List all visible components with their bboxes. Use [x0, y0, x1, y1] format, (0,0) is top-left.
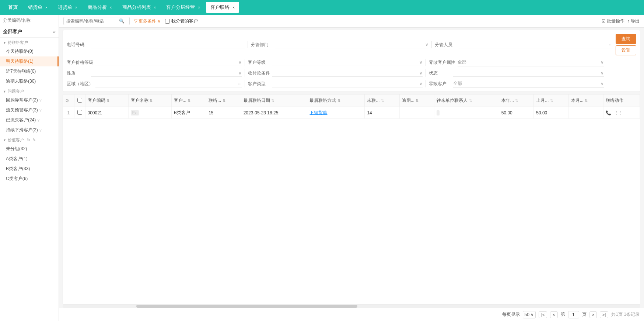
col-last-month[interactable]: 上月... ⇅ — [534, 94, 568, 107]
filter-phone-input[interactable] — [91, 41, 245, 48]
col-settings[interactable]: ⚙ — [63, 94, 74, 107]
sidebar-item-7days-contact[interactable]: 近7天待联络(0) — [0, 66, 59, 76]
col-contact-count[interactable]: 联络... ⇅ — [206, 94, 241, 107]
select-all-checkbox[interactable] — [77, 98, 82, 103]
sidebar-item-class-c[interactable]: C类客户(6) — [0, 174, 59, 184]
nav-product-analysis-list[interactable]: 商品分析列表 × — [118, 2, 161, 13]
sidebar-item-overdue-contact[interactable]: 逾期未联络(30) — [0, 76, 59, 86]
sidebar-item-declining[interactable]: 持续下滑客户(2) ? — [0, 125, 59, 135]
filter-customer-type-select[interactable]: ∨ — [272, 80, 423, 87]
group-pending-contact[interactable]: 待联络客户 — [0, 38, 59, 46]
col-contact-person[interactable]: 往来单位联系人 ⇅ — [434, 94, 499, 107]
sidebar-item-repurchase-anomaly[interactable]: 回购异常客户(2) ? — [0, 95, 59, 105]
page-size-select[interactable]: 50 ∨ — [523, 311, 536, 318]
close-icon[interactable]: × — [75, 6, 77, 10]
last-page-button[interactable]: >| — [600, 311, 608, 318]
col-last-contact-date[interactable]: 最后联络日期 ⇅ — [241, 94, 307, 107]
sort-icon[interactable]: ⇅ — [469, 99, 472, 103]
sidebar-item-ungrouped[interactable]: 未分组(32) — [0, 144, 59, 154]
all-customers-header[interactable]: 全部客户 « — [0, 26, 59, 38]
filter-status-select[interactable]: ∨ — [453, 70, 604, 77]
collapse-icon[interactable]: « — [53, 29, 56, 35]
sort-icon[interactable]: ⇅ — [150, 99, 153, 103]
filter-manager-input[interactable]: ··· — [459, 41, 613, 48]
sidebar-item-class-a[interactable]: A类客户(1) — [0, 154, 59, 164]
close-icon[interactable]: × — [198, 6, 200, 10]
close-icon[interactable]: × — [110, 6, 112, 10]
filter-dept-select[interactable]: ∨ — [275, 41, 429, 48]
filter-retail-customer: 零散客户 全部 ∨ — [429, 80, 604, 88]
close-icon[interactable]: × — [154, 6, 156, 10]
refresh-icon[interactable]: ↻ — [27, 138, 30, 142]
my-customers-checkbox[interactable]: 我分管的客户 — [165, 18, 198, 24]
nav-customer-contact[interactable]: 客户联络 × — [206, 2, 239, 13]
prev-page-button[interactable]: < — [550, 311, 557, 318]
sort-icon[interactable]: ⇅ — [337, 99, 340, 103]
horizontal-scrollbar[interactable] — [63, 305, 640, 308]
sort-icon[interactable]: ⇅ — [585, 99, 588, 103]
filter-retail-customer-select[interactable]: 全部 ∨ — [453, 80, 604, 88]
scrollbar-thumb[interactable] — [136, 305, 357, 308]
first-page-button[interactable]: |< — [539, 311, 547, 318]
page-number-input[interactable] — [568, 311, 579, 318]
filter-retail-customer-label: 零散客户 — [429, 81, 451, 87]
batch-operation-button[interactable]: ☑ 批量操作 — [602, 18, 624, 24]
sort-icon[interactable]: ⇅ — [381, 99, 384, 103]
nav-sales-order[interactable]: 销货单 × — [24, 2, 52, 13]
sidebar-item-class-b[interactable]: B类客户(33) — [0, 164, 59, 174]
filter-nature-select[interactable]: ∨ — [91, 70, 242, 77]
nav-home[interactable]: 首页 — [4, 2, 22, 13]
nav-purchase-order[interactable]: 进货单 × — [53, 2, 82, 13]
sidebar-item-tomorrow-contact[interactable]: 明天待联络(1) — [0, 56, 59, 66]
sidebar-item-churn-warning[interactable]: 流失预警客户(3) ? — [0, 105, 59, 115]
sort-icon[interactable]: ⇅ — [223, 99, 225, 103]
filter-region-input[interactable]: ··· — [95, 80, 242, 87]
nav-customer-tier[interactable]: 客户分层经营 × — [162, 2, 204, 13]
filter-payment-select[interactable]: ∨ — [272, 70, 423, 77]
col-last-contact-method[interactable]: 最后联络方式 ⇅ — [307, 94, 365, 107]
next-page-button[interactable]: > — [589, 311, 597, 318]
cell-last-contact-method[interactable]: 下销货单 — [307, 107, 365, 119]
search-icon[interactable]: 🔍 — [119, 18, 125, 24]
action-phone-icon[interactable]: 📞 — [606, 110, 611, 115]
sidebar-item-today-contact[interactable]: 今天待联络(0) — [0, 46, 59, 56]
more-filter-button[interactable]: ▽ 更多条件 ∧ — [133, 18, 162, 24]
export-button[interactable]: ↑ 导出 — [627, 18, 640, 24]
col-uncontacted[interactable]: 未联... ⇅ — [365, 94, 399, 107]
col-this-month[interactable]: 本月... ⇅ — [568, 94, 603, 107]
settings-button[interactable]: 设置 — [616, 45, 636, 55]
sort-icon[interactable]: ⇅ — [106, 99, 109, 103]
col-name[interactable]: 客户名称 ⇅ — [128, 94, 171, 107]
chevron-down-icon: ∨ — [419, 70, 423, 76]
filter-customer-type: 客户类型 ∨ — [248, 80, 423, 87]
edit-icon[interactable]: ✎ — [32, 138, 36, 142]
query-button[interactable]: 查询 — [616, 34, 636, 44]
sort-icon[interactable]: ⇅ — [515, 99, 518, 103]
sidebar-search-input[interactable] — [3, 18, 58, 23]
sort-icon[interactable]: ⇅ — [416, 99, 419, 103]
filter-retail-attr-select[interactable]: 全部 ∨ — [458, 58, 604, 66]
sidebar-item-churned[interactable]: 已流失客户(24) ? — [0, 115, 59, 125]
col-checkbox[interactable] — [74, 94, 85, 107]
close-icon[interactable]: × — [232, 6, 235, 10]
nav-product-analysis[interactable]: 商品分析 × — [83, 2, 116, 13]
group-value-customers[interactable]: 价值客户 ↻ ✎ — [0, 135, 59, 144]
row-select-checkbox[interactable] — [77, 110, 82, 115]
action-more-icon[interactable]: ⋮⋮ — [614, 110, 623, 115]
sort-icon[interactable]: ⇅ — [188, 99, 190, 103]
contact-method-link[interactable]: 下销货单 — [309, 110, 327, 115]
sort-icon[interactable]: ⇅ — [550, 99, 553, 103]
col-code[interactable]: 客户编码 ⇅ — [85, 94, 128, 107]
filter-price-grade-select[interactable]: ∨ — [95, 59, 242, 66]
group-problem-customers[interactable]: 问题客户 — [0, 86, 59, 95]
filter-customer-grade-select[interactable]: ∨ — [272, 59, 423, 66]
close-icon[interactable]: × — [45, 6, 48, 10]
my-customers-check-input[interactable] — [165, 19, 170, 24]
settings-icon[interactable]: ⚙ — [65, 98, 69, 103]
row-checkbox[interactable] — [74, 107, 85, 119]
col-this-year[interactable]: 本年... ⇅ — [499, 94, 533, 107]
col-overdue[interactable]: 逾期... ⇅ — [399, 94, 434, 107]
sort-icon[interactable]: ⇅ — [271, 99, 274, 103]
col-type[interactable]: 客户... ⇅ — [171, 94, 206, 107]
main-search-input[interactable] — [66, 18, 118, 24]
